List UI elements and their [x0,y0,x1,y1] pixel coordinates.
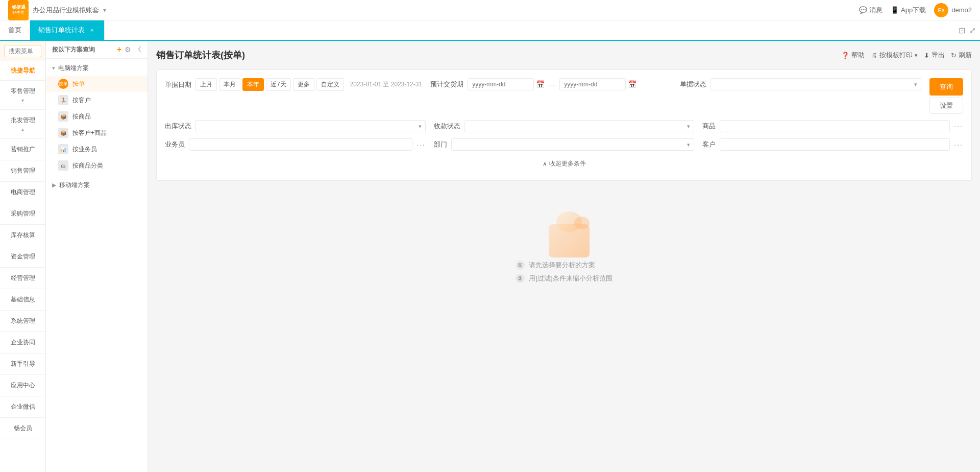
salesperson-group: 业务员 ··· [165,138,426,151]
sidebar-item-label: 批发管理 [11,116,35,125]
help-btn[interactable]: ❓ 帮助 [841,51,865,60]
refresh-btn[interactable]: ↻ 刷新 [951,51,972,60]
sidebar-item-apps[interactable]: 应用中心 [0,375,45,396]
date-btn-this-year[interactable]: 本年 [242,78,264,91]
sidebar-item-purchase[interactable]: 采购管理 [0,203,45,225]
tab-close-icon[interactable]: × [88,26,96,34]
goods-group: 商品 ··· [702,120,963,132]
salesperson-input[interactable] [189,138,412,151]
sidebar-item-system[interactable]: 系统管理 [0,311,45,332]
scheme-item-by-salesperson[interactable]: 📊 按业务员 [46,141,148,157]
sidebar-item-wholesale[interactable]: 批发管理 ▴ [0,110,45,139]
tip-num-1: ① [516,261,525,270]
page-header: 销售订单统计表(按单) ❓ 帮助 🖨 按模板打印 ▾ ⬇ 导出 [156,49,972,61]
customer-more-icon[interactable]: ··· [954,140,963,149]
query-btn[interactable]: 查询 [929,78,963,96]
scheme-item-by-category[interactable]: 🗂 按商品分类 [46,157,148,174]
tab-sales-order[interactable]: 销售订单统计表 × [30,20,105,40]
out-status-select[interactable] [195,120,426,132]
bill-status-group: 单据状态 [680,78,921,90]
message-btn[interactable]: 💬 消息 [859,6,883,15]
date-btn-custom[interactable]: 自定义 [316,78,344,91]
calendar-from-icon[interactable]: 📅 [536,80,545,88]
title-dropdown[interactable]: ▾ [103,7,106,14]
scheme-group-mobile: ▶ 移动端方案 [46,176,148,195]
empty-tip-2: ② 用[过滤]条件来缩小分析范围 [516,274,612,283]
chevron-up-icon: ▴ [21,127,24,132]
export-btn[interactable]: ⬇ 导出 [924,51,945,60]
message-icon: 💬 [859,6,867,14]
empty-tip-1: ① 请先选择要分析的方案 [516,261,612,270]
date-from-input[interactable] [468,78,534,90]
date-to-input[interactable] [559,78,626,90]
sidebar-item-guide[interactable]: 新手引导 [0,353,45,375]
settings-scheme-btn[interactable]: ⚙ [125,45,131,54]
sidebar-item-ecommerce[interactable]: 电商管理 [0,182,45,203]
chevron-down-icon: ▾ [52,65,55,72]
scheme-item-by-customer-goods[interactable]: 📦 按客户+商品 [46,125,148,141]
payment-status-wrapper [464,120,695,132]
quick-nav-btn[interactable]: 快捷导航 [0,61,45,81]
expected-date-label: 预计交货期 [430,80,463,89]
department-select[interactable] [451,138,695,151]
user-menu[interactable]: Ea demo2 [934,3,972,17]
sidebar-item-marketing[interactable]: 营销推广 [0,139,45,160]
department-label: 部门 [434,140,447,149]
sidebar-item-label: 销售管理 [11,167,35,175]
tabbar: 首页 销售订单统计表 × ⊡ ⤢ [0,20,980,41]
maximize-icon[interactable]: ⤢ [969,26,976,35]
sidebar-item-inventory[interactable]: 库存核算 [0,225,45,246]
sidebar-item-retail[interactable]: 零售管理 ▾ [0,81,45,110]
filter-row-2: 出库状态 收款状态 商品 ··· [165,120,963,132]
scheme-group-mobile-header[interactable]: ▶ 移动端方案 [46,178,148,193]
scheme-item-by-order[interactable]: 按单 按单 [46,76,148,92]
bill-status-label: 单据状态 [680,80,706,89]
settings-btn[interactable]: 设置 [929,98,963,114]
sidebar-item-basic[interactable]: 基础信息 [0,289,45,311]
scheme-panel-header: 按以下方案查询 + ⚙ 《 [46,41,148,59]
scheme-item-by-goods[interactable]: 📦 按商品 [46,108,148,125]
sidebar-item-label: 系统管理 [11,317,35,325]
goods-more-icon[interactable]: ··· [954,122,963,130]
date-btn-more[interactable]: 更多 [293,78,314,91]
sidebar-item-wechat[interactable]: 企业微信 [0,396,45,418]
chevron-right-icon: ▶ [52,182,56,188]
sidebar-item-member[interactable]: 畅会员 [0,418,45,439]
sidebar-item-label: 应用中心 [11,381,35,390]
bill-status-select-wrapper [710,78,921,90]
print-icon: 🖨 [871,52,877,59]
date-label: 单据日期 [165,80,191,89]
search-input[interactable] [4,45,41,57]
date-btn-this-month[interactable]: 本月 [219,78,240,91]
customer-input[interactable] [720,138,950,151]
collapse-scheme-btn[interactable]: 《 [134,45,141,54]
chevron-down-icon: ▾ [21,98,24,103]
scheme-item-by-customer[interactable]: 🏃 按客户 [46,92,148,108]
date-btn-7days[interactable]: 近7天 [266,78,291,91]
restore-icon[interactable]: ⊡ [959,26,965,35]
date-to-group: 📅 [559,78,636,90]
sidebar-item-sales[interactable]: 销售管理 [0,160,45,182]
tab-home[interactable]: 首页 [0,20,30,40]
print-btn[interactable]: 🖨 按模板打印 ▾ [871,51,918,60]
calendar-to-icon[interactable]: 📅 [628,80,636,88]
content-area: 按以下方案查询 + ⚙ 《 ▾ 电脑端方案 按单 按单 🏃 按 [46,41,980,472]
sidebar-item-finance[interactable]: 资金管理 [0,246,45,268]
download-btn[interactable]: 📱 App下载 [891,6,926,15]
collapse-btn[interactable]: ∧ 收起更多条件 [543,159,586,168]
goods-icon: 📦 [58,111,68,122]
payment-status-select[interactable] [464,120,695,132]
date-btn-last-month[interactable]: 上月 [195,78,217,91]
goods-input[interactable] [720,120,950,132]
topbar-right: 💬 消息 📱 App下载 Ea demo2 [859,3,972,17]
bill-status-select[interactable] [710,78,921,90]
salesperson-icon: 📊 [58,144,68,154]
sidebar-item-enterprise[interactable]: 企业协同 [0,332,45,353]
add-scheme-btn[interactable]: + [117,45,121,54]
collapse-bar: ∧ 收起更多条件 [165,155,963,172]
sidebar-item-operation[interactable]: 经营管理 [0,268,45,289]
refresh-icon: ↻ [951,52,957,59]
salesperson-more-icon[interactable]: ··· [416,140,426,149]
scheme-group-desktop-header[interactable]: ▾ 电脑端方案 [46,61,148,76]
department-wrapper [451,138,695,151]
